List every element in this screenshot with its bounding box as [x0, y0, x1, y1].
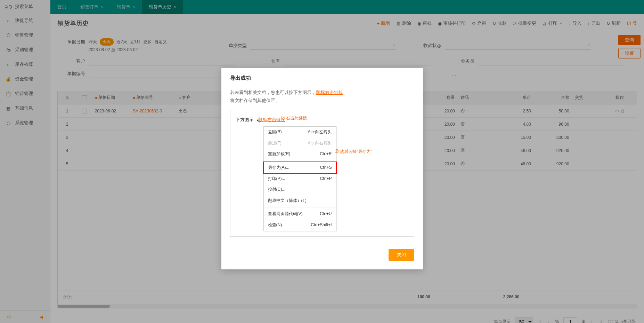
- note-1: ① 右击此链接: [281, 115, 307, 122]
- cursor-icon: ↖: [256, 117, 261, 125]
- modal-text2: 将文档存储到其他位置。: [230, 96, 414, 104]
- context-menu-item[interactable]: 查看网页源代码(V)Ctrl+U: [264, 208, 336, 220]
- cm-label: 返回(B): [268, 128, 282, 136]
- context-menu-item[interactable]: 打印(P)...Ctrl+P: [264, 173, 336, 184]
- context-menu-item[interactable]: 检查(N)Ctrl+Shift+I: [264, 220, 336, 231]
- context-menu-separator: [264, 161, 336, 161]
- cm-label: 重新加载(R): [268, 150, 291, 158]
- modal-overlay[interactable]: 导出成功 若未看到相关文档，您也可以按下方图示，鼠标右击链接 将文档存储到其他位…: [0, 0, 644, 323]
- cm-label: 打印(P)...: [268, 175, 285, 183]
- context-menu-item[interactable]: 返回(B)Alt+向左箭头: [264, 127, 336, 138]
- context-menu-separator: [264, 207, 336, 207]
- export-success-modal: 导出成功 若未看到相关文档，您也可以按下方图示，鼠标右击链接 将文档存储到其他位…: [221, 68, 423, 269]
- context-menu-item[interactable]: 另存为(A)...Ctrl+S: [263, 162, 337, 174]
- note-2: ② 然后选择"另存为": [335, 148, 372, 156]
- context-menu-item[interactable]: 前进(F)Alt+向右箭头: [264, 138, 336, 149]
- cm-label: 前进(F): [268, 140, 282, 147]
- modal-body: 若未看到相关文档，您也可以按下方图示，鼠标右击链接 将文档存储到其他位置。 ① …: [221, 85, 423, 244]
- cm-shortcut: Ctrl+S: [320, 164, 332, 172]
- instruction-image: ① 右击此链接 下方图示，鼠标右击链接 ↖ 返回(B)Alt+向左箭头前进(F)…: [230, 110, 414, 237]
- cm-shortcut: Ctrl+P: [320, 175, 332, 183]
- cm-shortcut: Ctrl+R: [320, 150, 332, 158]
- modal-title: 导出成功: [221, 68, 423, 85]
- cm-shortcut: Ctrl+U: [320, 210, 332, 218]
- cm-label: 翻成中文（简体）(T): [268, 197, 307, 205]
- cm-label: 查看网页源代码(V): [268, 210, 303, 218]
- cm-shortcut: Alt+向右箭头: [308, 140, 332, 147]
- modal-footer: 关闭: [221, 244, 423, 269]
- cm-shortcut: Ctrl+Shift+I: [311, 221, 332, 229]
- context-menu-item[interactable]: 翻成中文（简体）(T): [264, 195, 336, 206]
- modal-close-button[interactable]: 关闭: [389, 249, 414, 261]
- context-menu-item[interactable]: 重新加载(R)Ctrl+R: [264, 149, 336, 160]
- context-menu: 返回(B)Alt+向左箭头前进(F)Alt+向右箭头重新加载(R)Ctrl+R另…: [263, 126, 336, 231]
- instr-prefix: 下方图示，: [236, 117, 258, 122]
- cm-label: 检查(N): [268, 221, 282, 229]
- cm-label: 另存为(A)...: [268, 164, 290, 172]
- right-click-link[interactable]: 鼠标右击链接: [316, 90, 343, 95]
- context-menu-item[interactable]: 投射(C)...: [264, 184, 336, 195]
- modal-text1: 若未看到相关文档，您也可以按下方图示，: [230, 90, 316, 95]
- cm-shortcut: Alt+向左箭头: [308, 128, 332, 136]
- cm-label: 投射(C)...: [268, 186, 286, 194]
